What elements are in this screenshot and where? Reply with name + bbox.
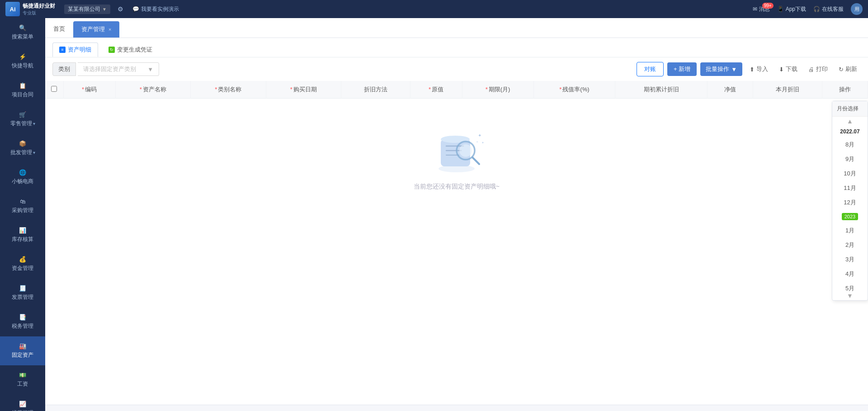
month-item-apr[interactable]: 4月 [832, 267, 868, 281]
category-select[interactable]: 请选择固定资产类别 ▼ [78, 62, 159, 76]
sidebar-item-project[interactable]: 📋 项目合同 [0, 76, 45, 105]
th-monthly-depreciation: 本月折旧 [753, 81, 822, 99]
user-avatar[interactable]: 用 [851, 3, 863, 15]
batch-ops-button[interactable]: 批量操作 ▼ [700, 62, 742, 76]
th-code: *编码 [63, 81, 115, 99]
month-item-sep[interactable]: 9月 [832, 152, 868, 166]
sub-tab-change-voucher[interactable]: ↻ 变更生成凭证 [102, 43, 159, 57]
import-button[interactable]: ⬆ 导入 [746, 63, 772, 75]
asset-tab-label: 资产管理 [81, 25, 105, 33]
message-button[interactable]: ✉ 消息 99+ [753, 5, 770, 13]
sidebar-item-finance[interactable]: 💰 资金管理 [0, 250, 45, 279]
th-category: *类别名称 [191, 81, 266, 99]
month-panel-down-arrow[interactable]: ▼ [832, 291, 868, 300]
content-main: *编码 *资产名称 *类别名称 *购买日期 折旧方法 *原值 *期限(月) *残… [45, 81, 868, 411]
th-name: *资产名称 [115, 81, 191, 99]
sub-tab-bar: ≡ 资产明细 ↻ 变更生成凭证 [45, 38, 868, 57]
download-button[interactable]: ⬇ 下载 [775, 63, 801, 75]
svg-text:✦: ✦ [476, 141, 478, 143]
bottom-scrollbar[interactable] [45, 405, 868, 411]
refresh-button[interactable]: ↻ 刷新 [835, 63, 861, 75]
sidebar-item-fixed-assets[interactable]: 🏭 固定资产 [0, 336, 45, 365]
search-icon: 🔍 [19, 24, 26, 31]
online-service-label: 在线客服 [822, 5, 844, 13]
inventory-icon: 📊 [19, 227, 26, 234]
settings-button[interactable]: ⚙ [118, 5, 123, 13]
sidebar-item-ecommerce[interactable]: 🌐 小畅电商 [0, 163, 45, 192]
month-panel: 月份选择 ▲ 2022.07 8月 9月 10月 11月 12月 2023 1月 [832, 101, 868, 301]
empty-illustration: ✦ ✦ ✦ [427, 126, 486, 175]
sidebar-retail-label: 零售管理 ▾ [10, 120, 35, 128]
fixed-assets-icon: 🏭 [19, 343, 26, 350]
invoice-icon: 🧾 [19, 285, 26, 292]
refresh-icon: ↻ [839, 66, 844, 73]
import-label: 导入 [756, 65, 768, 73]
month-year-label: 2022.07 [832, 126, 868, 137]
sidebar-item-inventory[interactable]: 📊 库存核算 [0, 221, 45, 250]
month-item-dec[interactable]: 12月 [832, 195, 868, 210]
purchase-icon: 🛍 [20, 198, 26, 205]
tab-close-icon[interactable]: × [108, 27, 111, 32]
month-item-oct[interactable]: 10月 [832, 166, 868, 181]
sidebar-item-purchase[interactable]: 🛍 采购管理 [0, 192, 45, 221]
sub-tab-asset-detail[interactable]: ≡ 资产明细 [52, 43, 98, 57]
month-item-aug[interactable]: 8月 [832, 137, 868, 152]
import-icon: ⬆ [750, 66, 755, 73]
month-year-2023-badge: 2023 [832, 210, 868, 223]
sidebar-item-wholesale[interactable]: 📦 批发管理 ▾ [0, 134, 45, 163]
svg-text:✦: ✦ [481, 141, 484, 144]
sidebar-item-tax[interactable]: 📑 税务管理 [0, 307, 45, 336]
sidebar-item-operations[interactable]: 📈 经营管理 [0, 394, 45, 411]
th-original-value: *原值 [410, 81, 462, 99]
message-badge: 99+ [762, 3, 774, 9]
tab-home[interactable]: 首页 [45, 21, 73, 38]
print-icon: 🖨 [808, 66, 814, 73]
sidebar-invoice-label: 发票管理 [12, 293, 33, 301]
page-content: ≡ 资产明细 ↻ 变更生成凭证 类别 请选择固定资产类别 ▼ [45, 38, 868, 411]
add-button[interactable]: + 新增 [667, 62, 697, 76]
download-icon: 📱 [777, 6, 784, 12]
month-item-jan[interactable]: 1月 [832, 223, 868, 238]
app-download-button[interactable]: 📱 App下载 [777, 5, 806, 13]
sidebar-salary-label: 工资 [17, 380, 28, 388]
sidebar-item-shortcut[interactable]: ⚡ 快捷导航 [0, 47, 45, 76]
select-all-checkbox[interactable] [51, 86, 57, 92]
month-item-nov[interactable]: 11月 [832, 181, 868, 195]
month-panel-header: 月份选择 [832, 101, 868, 117]
th-net-value: 净值 [708, 81, 753, 99]
company-selector[interactable]: 某某有限公司 ▼ [64, 5, 110, 14]
table-empty-row: ✦ ✦ ✦ 当前您还没有固定资产明细哦~ [45, 99, 868, 218]
sidebar-item-invoice[interactable]: 🧾 发票管理 [0, 279, 45, 307]
table-container[interactable]: *编码 *资产名称 *类别名称 *购买日期 折旧方法 *原值 *期限(月) *残… [45, 81, 868, 405]
category-filter: 类别 请选择固定资产类别 ▼ [52, 62, 159, 76]
month-item-may[interactable]: 5月 [832, 281, 868, 291]
salary-icon: 💵 [19, 372, 26, 378]
online-service-button[interactable]: 🎧 在线客服 [813, 5, 844, 13]
refresh-label: 刷新 [845, 65, 857, 73]
month-item-feb[interactable]: 2月 [832, 238, 868, 252]
asset-detail-icon: ≡ [59, 47, 66, 53]
change-voucher-label: 变更生成凭证 [117, 46, 152, 54]
retail-arrow-icon: ▾ [33, 121, 35, 126]
table-header-row: *编码 *资产名称 *类别名称 *购买日期 折旧方法 *原值 *期限(月) *残… [45, 81, 868, 99]
operations-icon: 📈 [19, 401, 26, 407]
reconcile-button[interactable]: 对账 [637, 62, 664, 76]
demo-text: 我要看实例演示 [141, 5, 179, 13]
tab-asset-management[interactable]: 资产管理 × [73, 21, 119, 38]
svg-line-8 [472, 157, 479, 164]
demo-link[interactable]: 💬 我要看实例演示 [132, 5, 179, 13]
sidebar-wholesale-label: 批发管理 ▾ [10, 149, 35, 156]
download-icon: ⬇ [779, 66, 784, 73]
month-panel-up-arrow[interactable]: ▲ [832, 117, 868, 126]
home-tab-label: 首页 [53, 25, 65, 33]
sidebar-item-salary[interactable]: 💵 工资 [0, 365, 45, 394]
app-download-label: App下载 [786, 5, 806, 13]
svg-point-7 [459, 144, 472, 157]
sidebar-item-retail[interactable]: 🛒 零售管理 ▾ [0, 105, 45, 134]
app-name-block: 畅捷通好业财 专业版 [23, 2, 55, 16]
print-button[interactable]: 🖨 打印 [805, 63, 831, 75]
company-name: 某某有限公司 [68, 5, 100, 13]
sidebar-item-search[interactable]: 🔍 搜索菜单 [0, 18, 45, 47]
month-item-mar[interactable]: 3月 [832, 252, 868, 267]
month-panel-scroll[interactable]: 8月 9月 10月 11月 12月 2023 1月 2月 3月 4月 5月 6月 [832, 137, 868, 291]
